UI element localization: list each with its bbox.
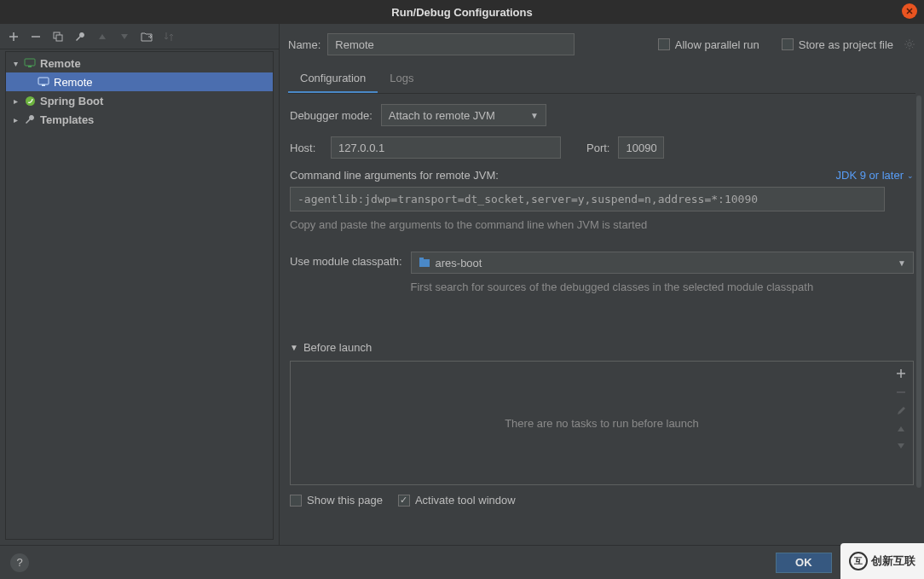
debugger-mode-label: Debugger mode: [290, 109, 372, 122]
sort-icon [162, 30, 176, 43]
wrench-icon [23, 113, 37, 126]
wrench-icon[interactable] [73, 30, 87, 43]
debugger-mode-value: Attach to remote JVM [389, 109, 495, 122]
allow-parallel-label: Allow parallel run [675, 38, 759, 51]
help-button[interactable]: ? [10, 553, 29, 572]
allow-parallel-checkbox[interactable] [658, 38, 670, 50]
activate-tool-wrap[interactable]: Activate tool window [398, 494, 516, 507]
activate-tool-label: Activate tool window [415, 494, 516, 507]
module-value: ares-boot [436, 257, 482, 269]
svg-rect-3 [28, 66, 32, 67]
before-launch-side-toolbar [889, 362, 913, 484]
chevron-down-icon: ▼ [898, 258, 906, 268]
tree-node-remote[interactable]: ▾ Remote [6, 54, 273, 72]
before-launch-empty: There are no tasks to run before launch [505, 417, 699, 430]
add-task-icon[interactable] [896, 368, 906, 379]
gear-icon [904, 38, 915, 50]
jdk-version-link[interactable]: JDK 9 or later ⌄ [836, 169, 914, 182]
svg-rect-8 [419, 259, 430, 267]
tab-logs[interactable]: Logs [378, 65, 425, 93]
chevron-right-icon[interactable]: ▸ [11, 96, 20, 106]
remove-icon[interactable] [29, 30, 43, 43]
before-launch-header[interactable]: ▼ Before launch [290, 341, 914, 354]
chevron-down-icon: ▼ [530, 111, 539, 120]
name-input[interactable] [327, 33, 575, 55]
right-panel: Name: Allow parallel run Store as projec… [280, 24, 924, 545]
tree-label: Spring Boot [40, 95, 103, 107]
remote-group-icon [23, 56, 37, 70]
chevron-down-icon: ▼ [290, 343, 298, 352]
module-hint: First search for sources of the debugged… [411, 281, 820, 293]
up-icon [95, 30, 109, 43]
debugger-mode-row: Debugger mode: Attach to remote JVM ▼ [290, 104, 914, 126]
jdk-link-text: JDK 9 or later [836, 169, 904, 182]
watermark: 互 创新互联 [840, 543, 924, 579]
chevron-down-icon[interactable]: ▾ [11, 59, 20, 68]
svg-rect-5 [42, 84, 45, 86]
name-label: Name: [288, 38, 321, 51]
svg-point-6 [26, 96, 35, 106]
top-row: Name: Allow parallel run Store as projec… [288, 29, 915, 60]
port-label: Port: [586, 142, 609, 154]
down-icon [118, 30, 131, 43]
folder-move-icon[interactable] [140, 30, 153, 43]
tab-configuration[interactable]: Configuration [288, 65, 378, 93]
remove-task-icon [896, 387, 906, 397]
svg-point-7 [908, 43, 911, 46]
tabs: Configuration Logs [288, 65, 915, 94]
config-tree[interactable]: ▾ Remote Remote ▸ Spring Boot ▸ Template… [5, 51, 274, 540]
svg-rect-1 [56, 35, 62, 41]
form-area: Debugger mode: Attach to remote JVM ▼ Ho… [288, 94, 915, 545]
spring-icon [23, 94, 37, 107]
store-project-checkbox[interactable] [782, 38, 794, 50]
tree-label: Remote [54, 76, 93, 89]
module-classpath-select[interactable]: ares-boot ▼ [411, 252, 914, 274]
scrollbar[interactable] [916, 96, 921, 488]
show-page-checkbox[interactable] [290, 495, 302, 507]
window-title: Run/Debug Configurations [391, 6, 532, 19]
ok-button[interactable]: OK [776, 553, 832, 573]
edit-task-icon [896, 406, 906, 416]
show-page-wrap[interactable]: Show this page [290, 494, 383, 507]
left-panel: ▾ Remote Remote ▸ Spring Boot ▸ Template… [0, 24, 280, 545]
tree-label: Remote [40, 57, 81, 70]
before-launch-section: ▼ Before launch There are no tasks to ru… [290, 341, 914, 507]
tree-node-springboot[interactable]: ▸ Spring Boot [6, 91, 273, 110]
up-task-icon [897, 425, 905, 433]
close-button[interactable] [902, 3, 917, 19]
copy-icon[interactable] [51, 30, 65, 43]
svg-rect-9 [419, 258, 424, 260]
footer: ? OK Cancel [0, 545, 924, 579]
port-input[interactable] [618, 136, 664, 159]
show-page-label: Show this page [307, 494, 383, 507]
left-toolbar [0, 24, 279, 49]
down-task-icon [897, 442, 905, 450]
before-launch-title: Before launch [303, 341, 372, 354]
bottom-checks: Show this page Activate tool window [290, 494, 914, 507]
svg-rect-2 [25, 59, 35, 66]
tree-label: Templates [40, 113, 94, 126]
tree-node-templates[interactable]: ▸ Templates [6, 110, 273, 129]
remote-config-icon [37, 75, 50, 89]
host-port-row: Host: Port: [290, 136, 914, 159]
chevron-down-icon: ⌄ [907, 171, 914, 180]
host-input[interactable] [331, 136, 561, 159]
store-project-label: Store as project file [799, 38, 893, 51]
host-label: Host: [290, 142, 322, 154]
watermark-text: 创新互联 [871, 553, 915, 569]
module-label: Use module classpath: [290, 252, 402, 268]
activate-tool-checkbox[interactable] [398, 495, 410, 507]
svg-rect-4 [38, 78, 49, 84]
tree-node-remote-child[interactable]: Remote [6, 72, 273, 91]
module-icon [419, 257, 430, 269]
add-icon[interactable] [7, 30, 20, 43]
chevron-right-icon[interactable]: ▸ [11, 115, 20, 124]
store-project-wrap[interactable]: Store as project file [782, 38, 893, 51]
cmd-hint: Copy and paste the arguments to the comm… [290, 218, 914, 231]
cmd-arguments-box[interactable]: -agentlib:jdwp=transport=dt_socket,serve… [290, 187, 885, 211]
titlebar: Run/Debug Configurations [0, 0, 924, 24]
cmd-label: Command line arguments for remote JVM: [290, 169, 499, 182]
allow-parallel-wrap[interactable]: Allow parallel run [658, 38, 759, 51]
module-row: Use module classpath: ares-boot ▼ First … [290, 252, 914, 293]
debugger-mode-select[interactable]: Attach to remote JVM ▼ [381, 104, 546, 126]
